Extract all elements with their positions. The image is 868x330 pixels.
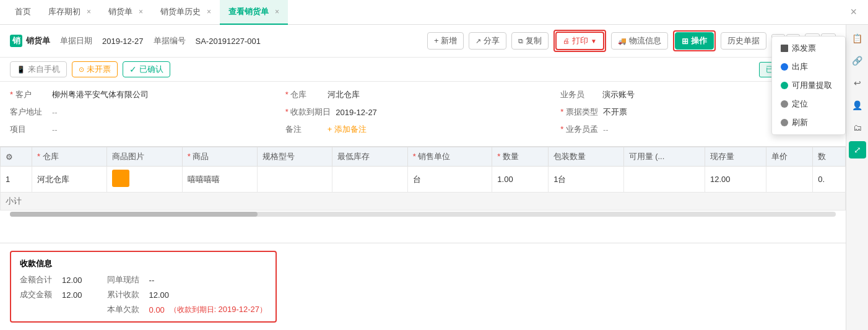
tab-sales-history[interactable]: 销货单历史 × [152,0,220,25]
logistics-button[interactable]: 🚚 物流信息 [611,32,668,50]
new-button[interactable]: + 新增 [427,32,464,50]
col-min-stock: 最低库存 [332,147,407,167]
cell-avail [623,167,705,193]
product-table: ⚙ 仓库 商品图片 商品 规格型号 最低库存 销售单位 数量 包装数量 可用量 … [0,147,846,211]
dropdown-avail-extract[interactable]: 可用量提取 [772,76,845,95]
operate-dropdown-menu: 添发票 出库 可用量提取 定位 刷新 [771,36,846,135]
tab-sales-order[interactable]: 销货单 × [100,0,152,25]
form-section: 客户 柳州粤港平安气体有限公司 仓库 河北仓库 业务员 演示账号 客户地址 -- [0,82,846,146]
payment-cumulative-value: 12.00 [149,290,170,300]
warehouse-label: 仓库 [285,89,323,100]
dropdown-add-invoice-label: 添发票 [792,43,816,54]
cell-unit: 台 [407,167,492,193]
share-button[interactable]: ↗ 分享 [469,32,506,50]
customer-field: 客户 柳州粤港平安气体有限公司 [10,89,285,100]
col-warehouse: 仓库 [32,147,107,167]
copy-button[interactable]: ⧉ 复制 [511,32,549,50]
address-field: 客户地址 -- [10,106,285,118]
tab-close-sales-history[interactable]: × [207,7,211,16]
dropdown-outbound[interactable]: 出库 [772,58,845,76]
sidebar-icon-user[interactable]: 👤 [849,97,866,114]
dropdown-add-invoice[interactable]: 添发票 [772,39,845,58]
doc-header: 销 销货单 单据日期 2019-12-27 单据编号 SA-20191227-0… [0,25,846,58]
col-image: 商品图片 [107,147,182,167]
project-label: 项目 [10,124,47,135]
customer-label: 客户 [10,89,47,100]
note-field: 备注 添加备注 [285,124,561,135]
col-qty: 数量 [492,147,549,167]
toolbar: 📱 来自手机 ⊙ 未开票 ✓ 已确认 已核销 已生效 [0,58,846,82]
tab-inventory-init[interactable]: 库存期初 × [40,0,100,25]
dropdown-locate[interactable]: 定位 [772,95,845,113]
add-note-button[interactable]: 添加备注 [328,124,367,135]
horizontal-scrollbar[interactable] [10,212,836,217]
cell-pkg-qty: 1台 [549,167,623,193]
cell-amount: 0. [813,167,846,193]
invoice-label: 票据类型 [560,106,598,118]
payment-date-field: 收款到期日 2019-12-27 [285,106,561,118]
sidebar-icon-folder[interactable]: 🗂 [849,119,866,136]
dropdown-outbound-label: 出库 [792,61,808,72]
payment-settle-value: -- [149,276,155,285]
table-row: 1 河北仓库 嘻嘻嘻嘻 台 1.00 1台 12.00 [1,167,846,193]
from-phone-button[interactable]: 📱 来自手机 [10,61,67,77]
cell-image [107,167,182,193]
tab-view-sales-order[interactable]: 查看销货单 × [220,0,288,25]
print-highlight: 🖨 打印 ▼ [553,30,606,52]
operate-highlight: ⊞ 操作 [673,30,716,51]
form-row-1: 客户 柳州粤港平安气体有限公司 仓库 河北仓库 业务员 演示账号 [10,89,836,100]
refresh-icon [781,119,788,126]
payment-deal-row: 成交金额 12.00 [20,289,82,300]
address-label: 客户地址 [10,106,47,118]
operate-button[interactable]: ⊞ 操作 [675,32,714,50]
history-button[interactable]: 历史单据 [721,32,766,50]
payment-owed-value: 0.00 [149,305,165,315]
print-button[interactable]: 🖨 打印 ▼ [555,32,604,50]
scroll-thumb[interactable] [10,212,258,217]
customer-value: 柳州粤港平安气体有限公司 [52,89,149,100]
col-product: 商品 [182,147,257,167]
payment-info-outline: 收款信息 金额合计 12.00 成交金额 12.00 [10,251,277,323]
doc-meta: 单据日期 2019-12-27 单据编号 SA-20191227-001 [60,35,261,46]
col-pkg-qty: 包装数量 [549,147,623,167]
payment-owed-label: 本单欠款 [107,304,144,315]
tab-close-sales-order[interactable]: × [139,7,143,16]
add-invoice-icon [781,45,788,52]
not-open-ticket-button[interactable]: ⊙ 未开票 [72,61,118,77]
doc-title: 销 销货单 [10,35,50,47]
sidebar-icon-link[interactable]: 🔗 [849,52,866,69]
col-spec: 规格型号 [258,147,332,167]
payment-col-right: 同单现结 -- 累计收款 12.00 本单欠款 0.00 （收款到期日: 201… [107,274,267,315]
col-gear: ⚙ [1,147,32,167]
doc-title-icon: 销 [10,35,22,47]
subtotal-label: 小计 [1,193,846,211]
dropdown-refresh[interactable]: 刷新 [772,113,845,132]
dropdown-refresh-label: 刷新 [792,117,808,128]
confirm-button[interactable]: ✓ 已确认 [123,61,170,77]
tab-bar: 首页 库存期初 × 销货单 × 销货单历史 × 查看销货单 × × [0,0,868,25]
avail-extract-icon [781,82,788,89]
sidebar-icon-expand[interactable]: ⤢ [849,141,866,158]
col-amount: 数 [813,147,846,167]
cell-current: 12.00 [705,167,766,193]
dropdown-locate-label: 定位 [792,98,808,110]
note-label: 备注 [285,124,323,135]
payment-cumulative-label: 累计收款 [107,289,144,300]
invoice-value: 不开票 [603,106,627,118]
staff-label: 业务员 [560,89,597,100]
window-close-button[interactable]: × [845,6,862,19]
tab-close-inventory-init[interactable]: × [87,7,91,16]
payment-owed-row: 本单欠款 0.00 （收款到期日: 2019-12-27） [107,304,267,315]
tab-close-view-sales-order[interactable]: × [275,7,279,16]
cell-min-stock [332,167,407,193]
gear-icon: ⚙ [6,152,13,162]
tab-home[interactable]: 首页 [6,0,40,25]
payment-deal-value: 12.00 [62,290,82,300]
operator-label: 业务员孟 [560,124,598,135]
payment-total-label: 金额合计 [20,274,57,285]
warehouse-value: 河北仓库 [328,89,360,100]
payment-date-label: 收款到期日 [285,106,331,118]
sidebar-icon-undo[interactable]: ↩ [849,74,866,92]
sidebar-icon-list[interactable]: 📋 [849,30,866,47]
payment-deal-label: 成交金额 [20,289,57,300]
